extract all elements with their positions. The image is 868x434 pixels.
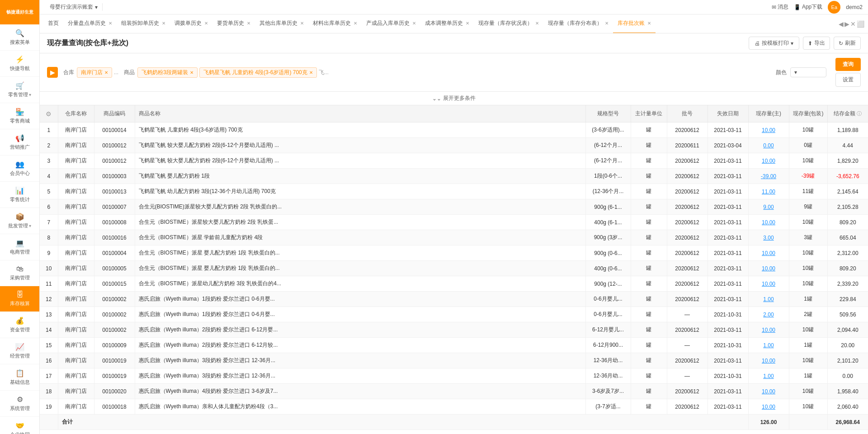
filter-expand-button[interactable]: ▶ (47, 67, 58, 78)
goods-tag-2[interactable]: 飞鹤星飞帆 儿童奶粉 4段(3-6岁适用) 700克 ✕ (199, 67, 317, 78)
tab-close-icon[interactable]: ✕ (850, 20, 856, 28)
cell-qty-main[interactable]: 10.00 (748, 353, 789, 368)
tab-close-btn-1[interactable]: ✕ (162, 21, 165, 26)
tab-prev-icon[interactable]: ◀ (839, 20, 844, 28)
cell-qty-main[interactable]: 10.00 (748, 384, 789, 399)
tab-close-btn-9[interactable]: ✕ (605, 21, 609, 26)
cell-qty-main[interactable]: 10.00 (748, 399, 789, 415)
sidebar-item-基础信息[interactable]: 📋基础信息 (0, 364, 39, 391)
sidebar-item-快捷导航[interactable]: ⚡快捷导航 (0, 51, 39, 77)
tab-close-btn-8[interactable]: ✕ (535, 21, 539, 26)
sidebar-item-会员中心[interactable]: 👥会员中心 (0, 156, 39, 182)
cell-qty-main[interactable]: 1.00 (748, 292, 789, 307)
sidebar-item-采购管理[interactable]: 🛍采购管理 (0, 260, 39, 286)
tab-close-btn-10[interactable]: ✕ (647, 21, 651, 26)
cell-qty-main[interactable]: -39.00 (748, 169, 789, 184)
cell-qty-main[interactable]: 10.00 (748, 245, 789, 261)
cell-qty-pkg: 10罐 (789, 276, 827, 292)
sidebar-item-零售管理[interactable]: 🛒零售管理 ▾ (0, 77, 39, 103)
nav-tab-6[interactable]: 产成品入库单历史✕ (362, 14, 420, 33)
nav-tab-3[interactable]: 要货单历史✕ (212, 14, 255, 33)
cell-warehouse: 南岸门店 (58, 215, 94, 230)
color-select[interactable]: ▾ (790, 67, 826, 77)
cell-qty-main[interactable]: 10.00 (748, 123, 789, 138)
cell-amount: 2,339.20 (827, 276, 868, 292)
sidebar-item-搜索英单[interactable]: 🔍搜索英单 (0, 24, 39, 51)
export-button[interactable]: ⬆ 导出 (803, 37, 830, 50)
tab-close-btn-7[interactable]: ✕ (466, 21, 469, 26)
sidebar-icon-12: 📈 (15, 343, 24, 351)
sidebar-icon-10: 🗄 (16, 291, 24, 299)
cell-qty-main[interactable]: 9.00 (748, 199, 789, 215)
nav-tab-9[interactable]: 现存量（库存分布表）✕ (543, 14, 613, 33)
cell-qty-main[interactable]: 10.00 (748, 276, 789, 292)
print-button[interactable]: 🖨 按模板打印 ▾ (749, 37, 799, 50)
tab-close-btn-5[interactable]: ✕ (354, 21, 357, 26)
cell-qty-main[interactable]: 10.00 (748, 261, 789, 276)
nav-tab-7[interactable]: 成本调整单历史✕ (420, 14, 474, 33)
tab-close-btn-6[interactable]: ✕ (412, 21, 416, 26)
app-download-button[interactable]: 📱 App下载 (794, 3, 822, 11)
cell-qty-main[interactable]: 10.00 (748, 322, 789, 338)
sidebar-item-批发管理[interactable]: 📦批发管理 ▾ (0, 208, 39, 234)
nav-tab-8[interactable]: 现存量（库存状况表）✕ (474, 14, 543, 33)
cell-qty-main[interactable]: 2.00 (748, 307, 789, 322)
goods-more[interactable]: 飞... (319, 69, 329, 76)
print-dropdown-icon: ▾ (791, 40, 793, 47)
cell-batch: — (667, 338, 708, 353)
cell-warehouse: 南岸门店 (58, 184, 94, 199)
nav-tab-5[interactable]: 材料出库单历史✕ (308, 14, 362, 33)
goods-tag-2-close-icon[interactable]: ✕ (309, 70, 313, 75)
cell-qty-main[interactable]: 3.00 (748, 230, 789, 245)
cell-expire: 2021-10-31 (708, 368, 748, 384)
sidebar-item-系统管理[interactable]: ⚙系统管理 (0, 391, 39, 417)
cell-qty-main[interactable]: 10.00 (748, 153, 789, 169)
cell-warehouse: 南岸门店 (58, 261, 94, 276)
sidebar-item-电商管理[interactable]: 💻电商管理 (0, 234, 39, 260)
messages-button[interactable]: ✉ 消息 (772, 3, 788, 11)
goods-tag-1-close-icon[interactable]: ✕ (190, 70, 193, 75)
cell-spec: 1段(0-6个... (585, 169, 631, 184)
sidebar-item-零售商城[interactable]: 🏪零售商城 (0, 103, 39, 129)
user-name[interactable]: demo2 (846, 4, 863, 10)
cell-warehouse: 南岸门店 (58, 384, 94, 399)
nav-tab-1[interactable]: 组装拆卸单历史✕ (117, 14, 170, 33)
industry-selector[interactable]: 母婴行业演示账套 ▾ (45, 3, 103, 11)
tab-maximize-icon[interactable]: ⬜ (857, 20, 864, 28)
tab-home[interactable]: 首页 (43, 14, 63, 33)
tab-close-btn-0[interactable]: ✕ (108, 21, 112, 26)
nav-tab-10[interactable]: 库存批次账✕ (613, 14, 656, 33)
top-right-actions: ✉ 消息 📱 App下载 Ea demo2 (772, 1, 863, 14)
sidebar-item-库存核算[interactable]: 🗄库存核算 (0, 286, 39, 312)
query-button[interactable]: 查询 (835, 58, 861, 71)
sidebar-item-资金管理[interactable]: 💰资金管理 (0, 312, 39, 338)
cell-qty-main[interactable]: 1.00 (748, 368, 789, 384)
color-label: 颜色 (776, 69, 787, 76)
sidebar-item-零售统计[interactable]: 📊零售统计 (0, 182, 39, 208)
warehouse-tag-close-icon[interactable]: ✕ (104, 70, 108, 75)
nav-tab-4[interactable]: 其他出库单历史✕ (255, 14, 308, 33)
sidebar-item-营销推广[interactable]: 📢营销推广 (0, 129, 39, 156)
sidebar-item-经营管理[interactable]: 📈经营管理 (0, 338, 39, 364)
warehouse-more[interactable]: ... (114, 69, 118, 75)
warehouse-tag-nananjm[interactable]: 南岸门店 ✕ (77, 67, 112, 78)
nav-tab-2[interactable]: 调拨单历史✕ (170, 14, 212, 33)
tab-close-btn-3[interactable]: ✕ (247, 21, 250, 26)
tab-next-icon[interactable]: ▶ (844, 20, 849, 28)
goods-tag-1[interactable]: 飞鹤奶粉3段两罐装 ✕ (137, 67, 198, 78)
settings-button[interactable]: 设置 (835, 73, 861, 87)
sidebar-item-企业协同[interactable]: 🤝企业协同 (0, 417, 39, 434)
refresh-button[interactable]: ↻ 刷新 (834, 37, 861, 50)
cell-qty-main[interactable]: 11.00 (748, 184, 789, 199)
expand-more-button[interactable]: ⌄⌄ 展开更多条件 (432, 94, 476, 102)
tab-close-btn-2[interactable]: ✕ (204, 21, 208, 26)
cell-qty-main[interactable]: 1.00 (748, 338, 789, 353)
nav-tab-0[interactable]: 分量盘点单历史✕ (63, 14, 117, 33)
cell-qty-main[interactable]: 10.00 (748, 215, 789, 230)
cell-qty-main[interactable]: 0.00 (748, 138, 789, 153)
col-header-settings[interactable]: ⚙ (40, 105, 58, 123)
table-row: 17 南岸门店 00100019 惠氏启旅（Wyeth illuma）3段奶粉 … (40, 368, 868, 384)
cell-expire: 2021-03-11 (708, 399, 748, 415)
tab-close-btn-4[interactable]: ✕ (300, 21, 304, 26)
avatar[interactable]: Ea (828, 1, 840, 14)
